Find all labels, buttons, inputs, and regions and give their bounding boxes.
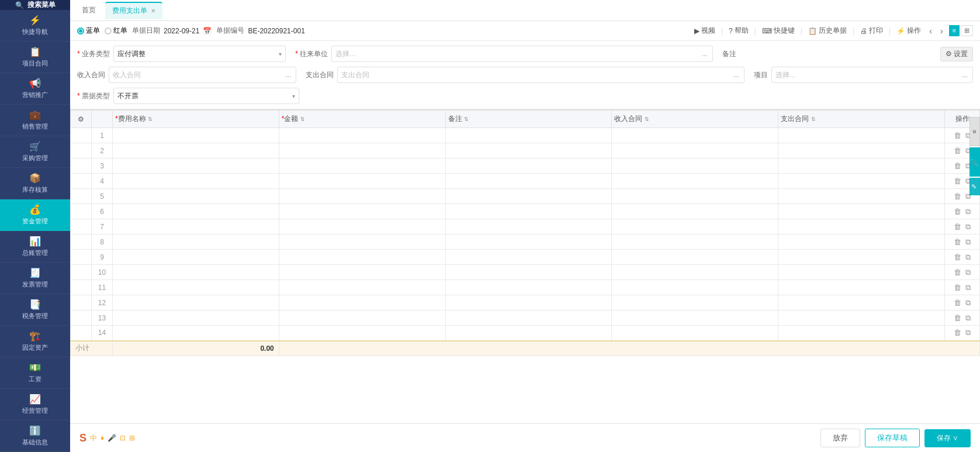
row-expense-name-9[interactable] [113,250,279,265]
sidebar-item-accounting[interactable]: 📊 总账管理 [0,231,70,263]
sort-remark-icon[interactable]: ⇅ [464,116,469,122]
project-input-field[interactable] [775,71,958,79]
row-expense-contract-1[interactable] [778,128,945,143]
row-copy-icon-7[interactable]: ⧉ [964,222,972,231]
expense-contract-dots-btn[interactable]: ... [732,71,740,79]
counterpart-input[interactable]: ... [331,46,712,62]
income-contract-input[interactable]: ... [109,67,296,83]
row-amount-9[interactable] [279,250,445,265]
row-delete-icon-13[interactable]: 🗑 [953,313,962,322]
row-remark-4[interactable] [445,174,612,189]
row-income-contract-8[interactable] [612,234,778,250]
sidebar-item-invoice[interactable]: 🧾 发票管理 [0,263,70,294]
row-income-contract-3[interactable] [612,158,778,174]
calendar-icon[interactable]: 📅 [203,27,212,35]
row-expense-contract-7[interactable] [778,219,945,234]
row-amount-8[interactable] [279,234,445,250]
tab-expense[interactable]: 费用支出单✕ [105,2,162,19]
sort-income-icon[interactable]: ⇅ [645,116,649,122]
income-contract-input-field[interactable] [113,71,282,79]
sidebar-item-payroll[interactable]: 💵 工资 [0,357,70,389]
row-remark-11[interactable] [445,280,612,295]
table-header-settings[interactable]: ⚙ [71,111,92,128]
row-income-contract-10[interactable] [612,265,778,280]
radio-blue[interactable]: 蓝单 [77,26,100,36]
row-amount-6[interactable] [279,204,445,219]
row-remark-2[interactable] [445,143,612,158]
sidebar-item-quick-nav[interactable]: ⚡ 快捷导航 [0,10,70,42]
row-expense-name-6[interactable] [113,204,279,219]
row-delete-icon-3[interactable]: 🗑 [953,161,962,170]
history-btn[interactable]: 📋 历史单据 [806,25,849,37]
row-expense-name-14[interactable] [113,326,279,341]
sidebar-item-operations[interactable]: 📈 经营管理 [0,389,70,420]
side-panel-btn-3[interactable]: ✎ [969,178,980,195]
discard-button[interactable]: 放弃 [820,429,860,447]
row-expense-name-10[interactable] [113,265,279,280]
row-remark-5[interactable] [445,189,612,204]
row-copy-icon-13[interactable]: ⧉ [964,313,972,322]
nav-prev-icon[interactable]: ‹ [927,25,934,37]
sort-expense-name-icon[interactable]: ⇅ [148,116,153,122]
row-amount-12[interactable] [279,295,445,310]
row-remark-10[interactable] [445,265,612,280]
nav-next-icon[interactable]: › [938,25,946,37]
row-copy-icon-11[interactable]: ⧉ [964,283,972,292]
row-income-contract-5[interactable] [612,189,778,204]
row-amount-7[interactable] [279,219,445,234]
row-remark-13[interactable] [445,310,612,326]
row-amount-10[interactable] [279,265,445,280]
row-amount-4[interactable] [279,174,445,189]
save-draft-button[interactable]: 保存草稿 [865,429,920,447]
sidebar-item-basic-info[interactable]: ℹ️ 基础信息 [0,420,70,452]
row-expense-contract-5[interactable] [778,189,945,204]
number-value[interactable]: BE-20220921-001 [248,27,304,35]
sidebar-item-project-contract[interactable]: 📋 项目合同 [0,42,70,73]
counterpart-dots-btn[interactable]: ... [701,50,709,58]
sidebar-item-sales[interactable]: 💼 销售管理 [0,105,70,136]
row-remark-3[interactable] [445,158,612,174]
row-expense-name-4[interactable] [113,174,279,189]
row-expense-contract-13[interactable] [778,310,945,326]
row-delete-icon-2[interactable]: 🗑 [953,146,962,155]
row-amount-14[interactable] [279,326,445,341]
sidebar-item-fixed-assets[interactable]: 🏗️ 固定资产 [0,326,70,357]
help-btn[interactable]: ? 帮助 [726,25,751,37]
invoice-type-select[interactable]: 不开票 ▾ [113,88,299,104]
row-income-contract-12[interactable] [612,295,778,310]
row-copy-icon-8[interactable]: ⧉ [964,237,972,246]
sidebar-item-marketing[interactable]: 📢 营销推广 [0,73,70,105]
row-income-contract-7[interactable] [612,219,778,234]
row-expense-name-5[interactable] [113,189,279,204]
row-expense-name-3[interactable] [113,158,279,174]
row-delete-icon-5[interactable]: 🗑 [953,192,962,201]
row-copy-icon-6[interactable]: ⧉ [964,207,972,216]
row-delete-icon-8[interactable]: 🗑 [953,237,962,246]
shortcut-btn[interactable]: ⌨ 快捷键 [760,25,797,37]
row-expense-contract-2[interactable] [778,143,945,158]
project-dots-btn[interactable]: ... [961,71,969,79]
row-amount-2[interactable] [279,143,445,158]
row-copy-icon-9[interactable]: ⧉ [964,253,972,261]
row-remark-7[interactable] [445,219,612,234]
row-remark-14[interactable] [445,326,612,341]
settings-btn[interactable]: ⚙ 设置 [940,47,973,61]
row-amount-1[interactable] [279,128,445,143]
row-remark-8[interactable] [445,234,612,250]
row-expense-contract-3[interactable] [778,158,945,174]
income-contract-dots-btn[interactable]: ... [284,71,292,79]
row-delete-icon-10[interactable]: 🗑 [953,268,962,277]
row-income-contract-1[interactable] [612,128,778,143]
sidebar-item-purchase[interactable]: 🛒 采购管理 [0,136,70,168]
radio-red[interactable]: 红单 [105,26,127,36]
row-delete-icon-9[interactable]: 🗑 [953,253,962,261]
row-expense-contract-4[interactable] [778,174,945,189]
row-expense-name-2[interactable] [113,143,279,158]
row-income-contract-13[interactable] [612,310,778,326]
row-delete-icon-7[interactable]: 🗑 [953,222,962,231]
row-delete-icon-14[interactable]: 🗑 [953,328,962,337]
row-copy-icon-12[interactable]: ⧉ [964,298,972,307]
tab-expense-close-icon[interactable]: ✕ [151,8,155,14]
row-income-contract-6[interactable] [612,204,778,219]
row-copy-icon-10[interactable]: ⧉ [964,268,972,277]
